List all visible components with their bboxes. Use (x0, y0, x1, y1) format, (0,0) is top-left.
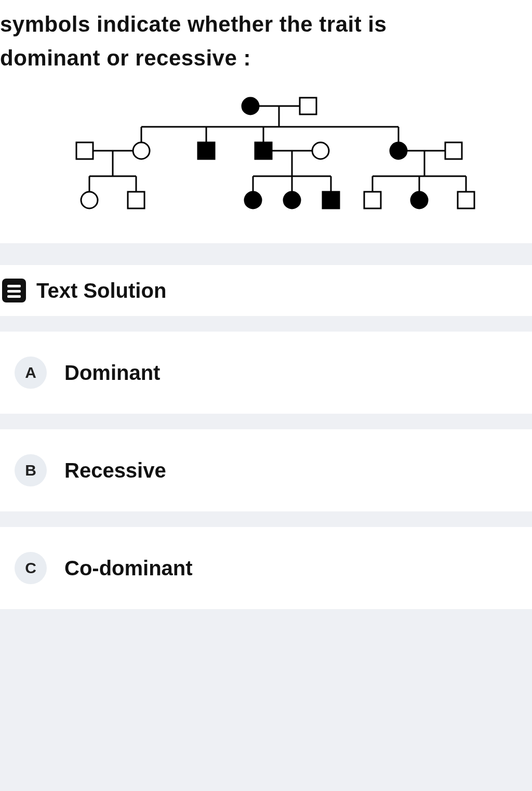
question-card: symbols indicate whether the trait is do… (0, 0, 532, 243)
svg-rect-17 (445, 142, 462, 159)
question-line-1: symbols indicate whether the trait is (0, 7, 527, 41)
svg-rect-13 (255, 142, 272, 159)
pedigree-diagram (35, 90, 492, 226)
svg-point-31 (284, 192, 300, 208)
option-text: Recessive (64, 459, 166, 482)
svg-rect-32 (323, 192, 339, 208)
option-letter: B (15, 454, 47, 486)
option-letter: A (15, 357, 47, 389)
svg-rect-9 (76, 142, 93, 159)
option-a[interactable]: A Dominant (0, 332, 532, 414)
svg-point-23 (81, 192, 98, 208)
option-text: Co-dominant (64, 557, 193, 580)
option-b[interactable]: B Recessive (0, 429, 532, 511)
text-solution-label: Text Solution (36, 279, 166, 302)
svg-point-30 (245, 192, 261, 208)
svg-point-10 (133, 142, 150, 159)
svg-rect-1 (300, 98, 316, 114)
option-text: Dominant (64, 361, 160, 385)
svg-rect-24 (128, 192, 144, 208)
option-letter: C (15, 552, 47, 584)
question-line-2: dominant or recessive : (0, 41, 527, 75)
svg-rect-40 (458, 192, 474, 208)
svg-point-14 (312, 142, 329, 159)
svg-point-16 (390, 142, 407, 159)
text-solution-row[interactable]: Text Solution (0, 265, 532, 316)
svg-rect-12 (198, 142, 215, 159)
svg-point-0 (242, 98, 259, 114)
svg-rect-38 (364, 192, 381, 208)
svg-point-39 (411, 192, 428, 208)
pedigree-svg (40, 90, 487, 226)
option-c[interactable]: C Co-dominant (0, 527, 532, 609)
text-solution-icon (2, 279, 26, 302)
